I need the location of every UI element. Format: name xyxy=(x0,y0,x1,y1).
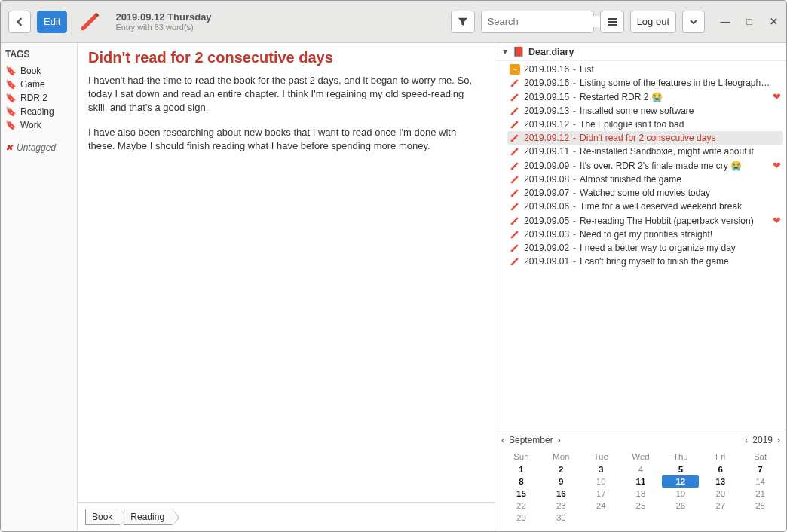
calendar-day[interactable]: 22 xyxy=(501,500,541,512)
entry-date: 2019.09.03 xyxy=(524,229,569,240)
entry-row[interactable]: 2019.09.11-Re-installed Sandboxie, might… xyxy=(507,145,783,158)
calendar-day[interactable]: 15 xyxy=(501,488,541,500)
calendar-day[interactable]: 8 xyxy=(501,475,541,488)
tag-item[interactable]: 🔖RDR 2 xyxy=(5,91,72,105)
calendar-day[interactable]: 4 xyxy=(621,463,661,475)
pencil-icon xyxy=(510,146,520,157)
calendar-day[interactable]: 27 xyxy=(700,500,740,512)
search-box[interactable] xyxy=(481,11,594,33)
calendar-day[interactable]: 23 xyxy=(541,500,581,512)
calendar-day[interactable]: 2 xyxy=(541,463,581,475)
prev-year-icon[interactable]: ‹ xyxy=(745,435,748,445)
search-input[interactable] xyxy=(488,16,614,27)
entry-row[interactable]: 2019.09.12-Didn't read for 2 consecutive… xyxy=(507,131,783,145)
calendar-day[interactable]: 12 xyxy=(662,475,699,488)
month-nav[interactable]: ‹ September › xyxy=(501,435,561,445)
calendar-day[interactable]: 6 xyxy=(700,463,740,475)
entry-row[interactable]: 2019.09.03-Need to get my priorities str… xyxy=(507,228,783,241)
entry-date: 2019.09.05 xyxy=(524,216,569,226)
entry-title: Time for a well deserved weekend break xyxy=(580,201,781,212)
calendar-day[interactable]: 19 xyxy=(660,488,700,500)
calendar-day[interactable]: 24 xyxy=(581,500,621,512)
calendar-day[interactable]: 21 xyxy=(740,488,780,500)
calendar-day[interactable]: 14 xyxy=(740,475,780,488)
entry-row[interactable]: 2019.09.13-Installed some new software xyxy=(507,104,783,118)
calendar: ‹ September › ‹ 2019 › SunMonTueWedThuFr… xyxy=(495,430,786,531)
entries-pane: ▼ 📕 Dear.diary ~2019.09.16-List2019.09.1… xyxy=(495,43,786,531)
tag-label: Book xyxy=(20,66,41,76)
calendar-day[interactable]: 3 xyxy=(581,463,621,475)
calendar-grid: SunMonTueWedThuFriSat1234567891011121314… xyxy=(501,450,780,524)
calendar-day[interactable]: 10 xyxy=(581,475,621,488)
calendar-day[interactable]: 13 xyxy=(700,475,740,488)
tag-item[interactable]: 🔖Work xyxy=(5,118,72,132)
pencil-icon xyxy=(510,256,520,267)
entry-row[interactable]: 2019.09.16-Listing some of the features … xyxy=(507,76,783,90)
entry-title: Restarted RDR 2 😭 xyxy=(580,92,769,102)
tags-sidebar: TAGS 🔖Book🔖Game🔖RDR 2🔖Reading🔖Work ✖ Unt… xyxy=(1,43,78,531)
edit-button[interactable]: Edit xyxy=(37,11,67,33)
filter-button[interactable] xyxy=(451,11,475,33)
entry-row[interactable]: 2019.09.06-Time for a well deserved week… xyxy=(507,200,783,213)
back-button[interactable] xyxy=(8,11,31,33)
calendar-day[interactable]: 20 xyxy=(700,488,740,500)
calendar-dow: Wed xyxy=(621,450,661,463)
entry-title: List xyxy=(580,64,781,75)
tag-label: Reading xyxy=(20,106,54,117)
pencil-icon xyxy=(510,229,520,240)
maximize-button[interactable]: □ xyxy=(744,17,755,27)
next-year-icon[interactable]: › xyxy=(777,435,780,445)
applied-tags-bar: BookReading xyxy=(78,502,495,531)
next-month-icon[interactable]: › xyxy=(558,435,561,445)
calendar-dow: Sat xyxy=(740,450,780,463)
calendar-dow: Fri xyxy=(700,450,740,463)
list-icon: ~ xyxy=(510,64,520,75)
untagged-item[interactable]: ✖ Untagged xyxy=(5,141,72,154)
applied-tag-chip[interactable]: Book xyxy=(85,509,121,525)
entry-row[interactable]: 2019.09.15-Restarted RDR 2 😭❤ xyxy=(507,90,783,104)
entry-date: 2019.09.08 xyxy=(524,174,569,185)
entry-row[interactable]: 2019.09.05-Re-reading The Hobbit (paperb… xyxy=(507,213,783,228)
calendar-day[interactable]: 26 xyxy=(660,500,700,512)
tag-label: RDR 2 xyxy=(20,93,47,103)
entry-title: Re-reading The Hobbit (paperback version… xyxy=(580,216,769,226)
entry-date: 2019.09.12 xyxy=(524,119,569,130)
entry-title: Watched some old movies today xyxy=(580,188,781,198)
logout-dropdown[interactable] xyxy=(682,11,705,33)
calendar-day[interactable]: 9 xyxy=(541,475,581,488)
entry-row[interactable]: 2019.09.07-Watched some old movies today xyxy=(507,186,783,200)
tag-item[interactable]: 🔖Game xyxy=(5,78,72,91)
calendar-day[interactable]: 25 xyxy=(621,500,661,512)
tag-icon: 🔖 xyxy=(5,106,17,117)
prev-month-icon[interactable]: ‹ xyxy=(501,435,504,445)
calendar-day[interactable]: 16 xyxy=(541,488,581,500)
entry-title: The Epilogue isn't too bad xyxy=(580,119,781,130)
year-nav[interactable]: ‹ 2019 › xyxy=(745,435,780,445)
entry-row[interactable]: 2019.09.08-Almost finished the game xyxy=(507,173,783,186)
menu-button[interactable] xyxy=(600,11,624,33)
minimize-button[interactable]: — xyxy=(720,17,730,27)
close-button[interactable]: ✕ xyxy=(768,17,779,27)
tag-icon: 🔖 xyxy=(5,93,17,103)
editor-content[interactable]: Didn't read for 2 consecutive days I hav… xyxy=(78,43,495,502)
entry-row[interactable]: 2019.09.12-The Epilogue isn't too bad xyxy=(507,118,783,131)
calendar-day[interactable]: 17 xyxy=(581,488,621,500)
entry-row[interactable]: 2019.09.02-I need a better way to organi… xyxy=(507,241,783,255)
entry-row[interactable]: ~2019.09.16-List xyxy=(507,63,783,76)
calendar-day[interactable]: 29 xyxy=(501,512,541,524)
entry-row[interactable]: 2019.09.09-It's over. RDR 2's finale mad… xyxy=(507,158,783,173)
calendar-day[interactable]: 7 xyxy=(740,463,780,475)
entry-row[interactable]: 2019.09.01-I can't bring myself to finis… xyxy=(507,255,783,268)
logout-button[interactable]: Log out xyxy=(630,11,676,33)
tag-item[interactable]: 🔖Book xyxy=(5,64,72,78)
calendar-day[interactable]: 28 xyxy=(740,500,780,512)
applied-tag-chip[interactable]: Reading xyxy=(124,509,173,525)
calendar-day[interactable]: 18 xyxy=(621,488,661,500)
entry-list[interactable]: ~2019.09.16-List2019.09.16-Listing some … xyxy=(495,61,786,430)
calendar-day[interactable]: 5 xyxy=(660,463,700,475)
calendar-day[interactable]: 30 xyxy=(541,512,581,524)
diary-header[interactable]: ▼ 📕 Dear.diary xyxy=(495,43,786,61)
calendar-day[interactable]: 11 xyxy=(621,475,661,488)
calendar-day[interactable]: 1 xyxy=(501,463,541,475)
tag-item[interactable]: 🔖Reading xyxy=(5,105,72,118)
